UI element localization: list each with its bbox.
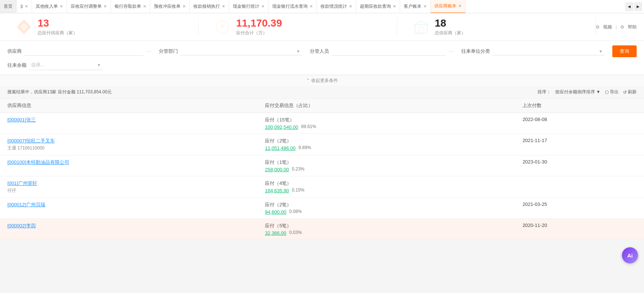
video-link[interactable]: 视频 [603, 24, 612, 30]
filter-person-dots[interactable]: ··· [449, 48, 454, 55]
nav-tab-cash-bank-stat-label: 现金银行统计 [233, 3, 259, 10]
search-button[interactable]: 查询 [612, 45, 637, 57]
tx-amount[interactable]: 94,600.00 [265, 209, 286, 215]
sort-label: 排序： [538, 89, 551, 95]
sort-value[interactable]: 按应付余额倒序排序 ▼ [555, 89, 601, 95]
last-payment-cell: 2021-11-17 [515, 134, 644, 155]
nav-tab-collection-stat[interactable]: 收款情况统计 ✕ [317, 0, 356, 13]
nav-tab-cash-bank-stat[interactable]: 现金银行统计 ✕ [229, 0, 269, 13]
stat-payable-amount-text: 11,170.39 应付合计（万） [236, 18, 282, 36]
result-info: 搜索结果中，供应商13家 应付金额 111,703,854.00元 [7, 89, 112, 95]
diamond-icon [15, 18, 33, 36]
tx-percent: 9.89% [298, 145, 311, 150]
tx-amount[interactable]: 164,635.90 [265, 188, 289, 193]
nav-tab-cash-bank-stat-close[interactable]: ✕ [261, 4, 265, 9]
col-last-payment: 上次付数 [515, 99, 644, 113]
nav-tab-bank-deposit[interactable]: 银行存取款单 ✕ [111, 0, 150, 13]
filter-category-select[interactable]: ▼ [492, 48, 605, 55]
nav-tab-3-close[interactable]: ✕ [25, 4, 28, 9]
nav-right-arrow[interactable]: ▶ [634, 3, 642, 11]
result-bar-right: 排序： 按应付余额倒序排序 ▼ ⬡ 导出 ↺ 刷新 [538, 89, 637, 95]
supplier-info-cell: [000100]本特勤油品有限公司 [0, 155, 258, 176]
nav-tab-other-income-close[interactable]: ✕ [60, 4, 63, 9]
svg-rect-5 [419, 28, 423, 33]
shop-icon [412, 18, 430, 36]
tx-amount[interactable]: 32,366.00 [265, 230, 286, 236]
nav-tab-ar-adjustment-close[interactable]: ✕ [104, 4, 107, 9]
tx-amount[interactable]: 11,051,486.00 [265, 145, 295, 151]
nav-tab-advance-collection[interactable]: 预收冲应收单 ✕ [150, 0, 190, 13]
refresh-button[interactable]: ↺ 刷新 [623, 89, 637, 95]
nav-tab-cash-bank-flow[interactable]: 现金银行流水查询 ✕ [269, 0, 317, 13]
nav-tab-ar-adjustment[interactable]: 应收应付调整单 ✕ [67, 0, 111, 13]
supplier-info-cell: [000012]广州贝瑞 [0, 198, 258, 219]
supplier-info-cell: [001]广州荣轩仔仔 [0, 176, 258, 198]
filter-dept-label: 分管部门 [159, 48, 178, 55]
nav-tab-overdue-collect-label: 超期应收款查询 [360, 3, 391, 10]
nav-tab-bank-deposit-close[interactable]: ✕ [143, 4, 146, 9]
nav-tab-other-income[interactable]: 其他收入单 ✕ [32, 0, 67, 13]
nav-tab-receipt-verify-close[interactable]: ✕ [222, 4, 225, 9]
stat-total-suppliers-number: 18 [435, 18, 466, 28]
table-row: [001]广州荣轩仔仔应付（4笔）164,635.900.15% [0, 176, 644, 198]
filter-category: 往来单位分类 ▼ [461, 48, 605, 55]
tx-label: 应付（2笔） [265, 201, 508, 208]
filter-dept-select[interactable]: ▼ [180, 48, 303, 55]
supplier-link[interactable]: [000100]本特勤油品有限公司 [7, 159, 69, 165]
tx-percent: 0.03% [289, 230, 302, 235]
stat-total-payable-amount: ¥ 11,170.39 应付合计（万） [199, 18, 397, 36]
tx-percent: 0.08% [289, 209, 302, 214]
collapse-more-conditions[interactable]: ⌃ 收起更多条件 [0, 75, 644, 86]
filter-supplier-label: 供应商 [7, 48, 22, 55]
last-payment-cell [515, 176, 644, 198]
nav-tab-3[interactable]: 3 ✕ [17, 0, 32, 13]
supplier-link[interactable]: [000002]李四 [7, 223, 36, 228]
supplier-link[interactable]: [000012]广州贝瑞 [7, 202, 45, 207]
nav-tab-receipt-verify[interactable]: 收款核销执行 ✕ [190, 0, 229, 13]
coin-icon: ¥ [213, 18, 232, 36]
filter-person-input[interactable] [331, 47, 446, 56]
nav-tab-ar-adjustment-label: 应收应付调整单 [71, 3, 102, 10]
export-button[interactable]: ⬡ 导出 [605, 89, 619, 95]
filter-balance: 往来余额 选择... ▼ [7, 60, 103, 70]
supplier-sub-info: 王通 17106110000 [7, 145, 250, 151]
nav-tab-home[interactable]: 首页 [0, 0, 17, 13]
supplier-link[interactable]: [000001]张三 [7, 117, 36, 123]
nav-tab-supplier-account[interactable]: 供应商账本 ✕ [431, 0, 466, 13]
supplier-link[interactable]: [000007]恒旺二手叉车 [7, 138, 55, 144]
filter-supplier-dots[interactable]: ··· [146, 48, 151, 55]
video-icon: ⊙ [596, 24, 599, 30]
nav-tab-collection-stat-close[interactable]: ✕ [349, 4, 352, 9]
nav-tab-customer-account[interactable]: 客户账本 ✕ [400, 0, 431, 13]
filter-supplier: 供应商 ··· [7, 47, 151, 56]
nav-tab-customer-account-close[interactable]: ✕ [423, 4, 427, 9]
filter-balance-arrow: ▼ [97, 63, 101, 67]
nav-tab-bank-deposit-label: 银行存取款单 [115, 3, 141, 10]
filter-row-2: 往来余额 选择... ▼ [7, 60, 637, 70]
filter-category-label: 往来单位分类 [461, 48, 490, 55]
filter-row-1: 供应商 ··· 分管部门 ▼ 分管人员 ··· 往来单位分类 ▼ 查询 [7, 45, 637, 57]
nav-left-arrow[interactable]: ◀ [626, 3, 633, 11]
last-payment-cell: 2022-08-08 [515, 113, 644, 134]
supplier-info-cell: [000001]张三 [0, 113, 258, 134]
nav-tab-cash-bank-flow-close[interactable]: ✕ [309, 4, 313, 9]
tx-label: 应付（1笔） [265, 159, 508, 166]
tx-amount[interactable]: 100,092,540.00 [265, 124, 298, 130]
nav-tab-overdue-collect[interactable]: 超期应收款查询 ✕ [356, 0, 400, 13]
supplier-link[interactable]: [001]广州荣轩 [7, 180, 37, 186]
table-row: [000007]恒旺二手叉车王通 17106110000应付（2笔）11,051… [0, 134, 644, 155]
nav-tab-overdue-collect-close[interactable]: ✕ [393, 4, 396, 9]
tx-amount[interactable]: 258,000.00 [265, 167, 289, 172]
nav-tab-customer-account-label: 客户账本 [404, 3, 421, 10]
nav-tab-receipt-verify-label: 收款核销执行 [193, 3, 220, 10]
help-link[interactable]: 帮助 [628, 24, 637, 30]
filter-balance-select[interactable]: 选择... ▼ [29, 60, 103, 70]
tx-info-cell: 应付（4笔）164,635.900.15% [258, 176, 515, 198]
nav-tab-advance-collection-close[interactable]: ✕ [182, 4, 186, 9]
supplier-info-cell: [000007]恒旺二手叉车王通 17106110000 [0, 134, 258, 155]
nav-tab-supplier-account-close[interactable]: ✕ [458, 4, 462, 8]
col-supplier-info: 供应商信息 [0, 99, 258, 113]
tx-info-cell: 应付（5笔）32,366.000.03% [258, 219, 515, 240]
filter-supplier-input[interactable] [24, 47, 143, 56]
tx-info-cell: 应付（1笔）258,000.000.23% [258, 155, 515, 176]
